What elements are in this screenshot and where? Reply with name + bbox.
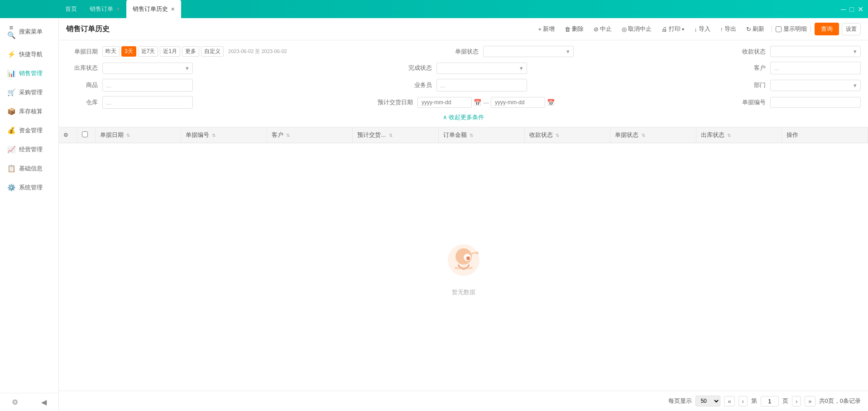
cancel-stop-label: 取消中止 — [628, 25, 652, 33]
warehouse-select[interactable]: ... — [102, 96, 193, 109]
tab-sales-order-history-close[interactable]: ✕ — [171, 6, 175, 12]
th-customer[interactable]: 客户 ⇅ — [267, 127, 353, 143]
page-size-select[interactable]: 50 10 20 100 — [695, 396, 720, 406]
th-out-status[interactable]: 出库状态 ⇅ — [696, 127, 782, 143]
print-label: 打印 — [669, 25, 681, 33]
collapse-bar[interactable]: ∧ 收起更多条件 — [66, 113, 861, 121]
bill-number-input[interactable] — [770, 97, 861, 108]
sidebar-collapse-icon[interactable]: ◀ — [41, 398, 47, 406]
last-page-btn[interactable]: » — [805, 396, 815, 406]
payment-status-select[interactable]: ▾ — [770, 46, 861, 57]
page-title: 销售订单历史 — [66, 24, 110, 34]
warehouse-dots: ... — [106, 99, 111, 106]
export-button[interactable]: ↑ 导出 — [717, 23, 740, 35]
settings-button[interactable]: 设置 — [842, 23, 861, 35]
prev-page-btn[interactable]: ‹ — [739, 396, 748, 406]
maximize-icon[interactable]: □ — [849, 5, 854, 13]
sort-bill-icon: ⇅ — [642, 133, 645, 138]
delete-button[interactable]: 🗑 删除 — [561, 23, 587, 35]
goods-dots: ... — [106, 82, 111, 89]
calendar-to-icon[interactable]: 📅 — [547, 99, 555, 106]
date-yesterday-btn[interactable]: 昨天 — [102, 46, 120, 57]
tab-sales-order-label: 销售订单 — [90, 5, 113, 13]
filter-area: 单据日期 昨天 3天 近7天 近1月 更多 自定义 2023-06-02 至 2… — [59, 40, 868, 127]
sidebar-item-inventory-label: 库存核算 — [19, 107, 43, 116]
page-number-input[interactable] — [761, 396, 779, 406]
th-setting[interactable]: ⚙ — [59, 127, 77, 143]
sidebar-item-inventory[interactable]: 📦 库存核算 — [0, 102, 58, 121]
bill-status-select[interactable]: ▾ — [483, 46, 574, 57]
sidebar-item-quick-nav[interactable]: ⚡ 快捷导航 — [0, 45, 58, 64]
close-icon[interactable]: ✕ — [858, 5, 863, 14]
cancel-stop-button[interactable]: ◎ 取消中止 — [618, 23, 655, 35]
date-7days-btn[interactable]: 近7天 — [138, 46, 158, 57]
expected-date-range: 📅 — 📅 — [417, 97, 555, 108]
sidebar-item-basic-info[interactable]: 📋 基础信息 — [0, 159, 58, 178]
department-select[interactable]: ▾ — [770, 80, 861, 91]
basic-info-icon: 📋 — [7, 164, 15, 173]
th-expected[interactable]: 预计交货... ⇅ — [353, 127, 439, 143]
goods-select[interactable]: ... — [102, 79, 193, 92]
salesperson-select[interactable]: ... — [436, 79, 527, 92]
date-1month-btn[interactable]: 近1月 — [160, 46, 180, 57]
tab-sales-order-history[interactable]: 销售订单历史 ✕ — [126, 0, 181, 18]
stop-icon: ⊘ — [594, 26, 599, 33]
stop-button[interactable]: ⊘ 中止 — [590, 23, 615, 35]
sidebar-item-sales-mgmt[interactable]: 📊 销售管理 — [0, 64, 58, 83]
new-button[interactable]: + 新增 — [534, 23, 558, 35]
query-button[interactable]: 查询 — [815, 23, 839, 35]
refresh-button[interactable]: ↻ 刷新 — [743, 23, 768, 35]
date-more-btn[interactable]: 更多 — [182, 46, 199, 57]
complete-status-select[interactable]: ▾ — [436, 63, 527, 74]
tab-sales-order-history-label: 销售订单历史 — [133, 5, 168, 13]
out-status-select[interactable]: ▾ — [102, 63, 193, 74]
bill-status-label: 单据状态 — [447, 48, 483, 56]
tab-home[interactable]: 首页 — [59, 0, 83, 18]
first-page-btn[interactable]: « — [724, 396, 734, 406]
svg-point-5 — [476, 251, 479, 254]
sidebar-item-capital-mgmt[interactable]: 💰 资金管理 — [0, 121, 58, 140]
expected-date-to[interactable] — [491, 97, 545, 108]
date-label: 单据日期 — [66, 48, 102, 56]
th-payment-status[interactable]: 收款状态 ⇅ — [524, 127, 610, 143]
print-button[interactable]: 🖨 打印 ▾ — [658, 23, 688, 35]
sidebar-item-search-menu[interactable]: ≡🔍 搜索菜单 — [0, 18, 58, 45]
display-toggle-checkbox[interactable] — [776, 26, 782, 32]
date-custom-btn[interactable]: 自定义 — [201, 46, 224, 57]
th-checkbox[interactable] — [77, 127, 95, 143]
sidebar-settings-icon[interactable]: ⚙ — [12, 398, 18, 406]
th-bill-status-label: 单据状态 — [615, 131, 638, 138]
th-expected-label: 预计交货... — [357, 131, 386, 138]
th-date[interactable]: 单据日期 ⇅ — [95, 127, 181, 143]
next-page-btn[interactable]: › — [792, 396, 801, 406]
page-header: 销售订单历史 + 新增 🗑 删除 ⊘ 中止 ◎ 取消中止 — [59, 18, 868, 40]
calendar-from-icon[interactable]: 📅 — [474, 99, 481, 106]
sidebar-item-quick-nav-label: 快捷导航 — [19, 50, 43, 58]
sidebar-item-system-mgmt[interactable]: ⚙️ 系统管理 — [0, 178, 58, 197]
th-bill-status[interactable]: 单据状态 ⇅ — [610, 127, 696, 143]
empty-area: 暂无数据 — [59, 143, 868, 391]
page-suffix: 页 — [782, 397, 788, 405]
toolbar-divider2 — [810, 25, 811, 33]
customer-select[interactable]: ... — [770, 62, 861, 74]
sort-date-icon: ⇅ — [126, 133, 130, 138]
quick-nav-icon: ⚡ — [7, 50, 15, 58]
tab-sales-order-close[interactable]: ✕ — [116, 6, 120, 12]
th-amount[interactable]: 订单金额 ⇅ — [438, 127, 524, 143]
purchase-mgmt-icon: 🛒 — [7, 88, 15, 97]
minimize-icon[interactable]: ─ — [841, 5, 846, 13]
delete-icon: 🗑 — [565, 26, 571, 33]
sidebar-item-operations-mgmt[interactable]: 📈 经营管理 — [0, 140, 58, 159]
date-3days-btn[interactable]: 3天 — [121, 46, 136, 57]
import-button[interactable]: ↓ 导入 — [691, 23, 714, 35]
tab-sales-order[interactable]: 销售订单 ✕ — [83, 0, 126, 18]
th-number[interactable]: 单据编号 ⇅ — [181, 127, 267, 143]
empty-illustration — [441, 237, 486, 283]
export-icon: ↑ — [720, 26, 724, 33]
stop-label: 中止 — [600, 25, 612, 33]
select-all-checkbox[interactable] — [82, 131, 88, 137]
expected-date-from[interactable] — [417, 97, 472, 108]
sidebar-item-purchase-mgmt[interactable]: 🛒 采购管理 — [0, 83, 58, 102]
display-toggle[interactable]: 显示明细 — [776, 25, 807, 33]
goods-label: 商品 — [66, 81, 102, 89]
